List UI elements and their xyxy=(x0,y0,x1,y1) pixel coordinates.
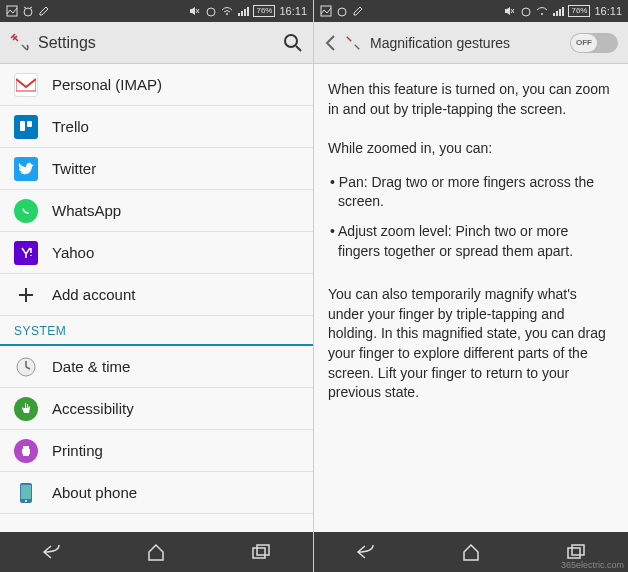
image-icon xyxy=(320,5,332,17)
svg-rect-15 xyxy=(27,121,32,127)
wifi-icon xyxy=(536,5,548,17)
svg-rect-28 xyxy=(257,545,269,555)
svg-point-12 xyxy=(285,35,297,47)
system-row-datetime[interactable]: Date & time xyxy=(0,346,313,388)
svg-point-34 xyxy=(541,13,543,15)
header-title: Magnification gestures xyxy=(370,35,562,51)
content-area: When this feature is turned on, you can … xyxy=(314,64,628,532)
settings-list: Personal (IMAP) Trello Twitter WhatsApp … xyxy=(0,64,313,532)
para-temporary: You can also temporarily magnify what's … xyxy=(328,285,614,403)
phone-icon xyxy=(14,481,38,505)
search-icon[interactable] xyxy=(283,33,303,53)
system-label: Accessibility xyxy=(52,400,134,417)
hand-icon xyxy=(14,397,38,421)
svg-rect-9 xyxy=(241,11,243,16)
account-row-yahoo[interactable]: Yahoo xyxy=(0,232,313,274)
svg-rect-35 xyxy=(553,13,555,16)
svg-rect-40 xyxy=(572,545,584,555)
svg-rect-23 xyxy=(23,453,29,456)
edit-icon xyxy=(38,5,50,17)
mute-icon xyxy=(189,5,201,17)
header-settings: Settings xyxy=(0,22,313,64)
bullet-zoom: • Adjust zoom level: Pinch two or more f… xyxy=(328,222,614,261)
account-label: WhatsApp xyxy=(52,202,121,219)
print-icon xyxy=(14,439,38,463)
home-button[interactable] xyxy=(441,537,501,567)
twitter-icon xyxy=(14,157,38,181)
clock-icon xyxy=(14,355,38,379)
svg-point-33 xyxy=(522,8,530,16)
back-button[interactable] xyxy=(336,537,396,567)
image-icon xyxy=(6,5,18,17)
edit-icon xyxy=(352,5,364,17)
account-row-twitter[interactable]: Twitter xyxy=(0,148,313,190)
alarm-icon xyxy=(22,5,34,17)
svg-line-2 xyxy=(24,7,26,8)
gmail-icon xyxy=(14,73,38,97)
alarm2-icon xyxy=(205,5,217,17)
system-row-about[interactable]: About phone xyxy=(0,472,313,514)
battery-icon: 76% xyxy=(253,5,275,17)
status-bar: 76% 16:11 xyxy=(0,0,313,22)
signal-icon xyxy=(237,5,249,17)
svg-rect-14 xyxy=(20,121,25,131)
account-row-whatsapp[interactable]: WhatsApp xyxy=(0,190,313,232)
account-label: Trello xyxy=(52,118,89,135)
svg-rect-36 xyxy=(556,11,558,16)
svg-rect-25 xyxy=(21,485,31,499)
screen-magnification: 76% 16:11 Magnification gestures OFF Whe… xyxy=(314,0,628,572)
account-label: Personal (IMAP) xyxy=(52,76,162,93)
system-label: Printing xyxy=(52,442,103,459)
bullet-pan: • Pan: Drag two or more fingers across t… xyxy=(328,173,614,212)
svg-rect-0 xyxy=(7,6,17,16)
recent-button[interactable] xyxy=(231,537,291,567)
plus-icon xyxy=(14,283,38,307)
system-row-printing[interactable]: Printing xyxy=(0,430,313,472)
svg-point-30 xyxy=(338,8,346,16)
system-label: About phone xyxy=(52,484,137,501)
svg-rect-39 xyxy=(568,548,580,558)
svg-rect-11 xyxy=(247,7,249,16)
account-label: Twitter xyxy=(52,160,96,177)
alarm2-icon xyxy=(520,5,532,17)
system-row-accessibility[interactable]: Accessibility xyxy=(0,388,313,430)
statusbar-time: 16:11 xyxy=(279,5,307,17)
wifi-icon xyxy=(221,5,233,17)
svg-rect-29 xyxy=(321,6,331,16)
trello-icon xyxy=(14,115,38,139)
screen-settings: 76% 16:11 Settings Personal (IMAP) Trell… xyxy=(0,0,314,572)
status-bar: 76% 16:11 xyxy=(314,0,628,22)
svg-rect-22 xyxy=(23,446,29,449)
svg-rect-8 xyxy=(238,13,240,16)
svg-rect-37 xyxy=(559,9,561,16)
nav-bar xyxy=(0,532,313,572)
svg-line-13 xyxy=(296,46,301,51)
alarm-icon xyxy=(336,5,348,17)
account-row-gmail[interactable]: Personal (IMAP) xyxy=(0,64,313,106)
statusbar-time: 16:11 xyxy=(594,5,622,17)
toggle-knob: OFF xyxy=(571,34,597,52)
yahoo-icon xyxy=(14,241,38,265)
svg-rect-38 xyxy=(562,7,564,16)
header-magnification: Magnification gestures OFF xyxy=(314,22,628,64)
para-intro: When this feature is turned on, you can … xyxy=(328,80,614,119)
svg-rect-27 xyxy=(253,548,265,558)
back-button[interactable] xyxy=(22,537,82,567)
add-account-row[interactable]: Add account xyxy=(0,274,313,316)
back-icon[interactable] xyxy=(324,34,336,52)
mute-icon xyxy=(504,5,516,17)
battery-icon: 76% xyxy=(568,5,590,17)
account-label: Yahoo xyxy=(52,244,94,261)
home-button[interactable] xyxy=(126,537,186,567)
svg-point-7 xyxy=(226,13,228,15)
add-account-label: Add account xyxy=(52,286,135,303)
svg-point-26 xyxy=(25,500,27,502)
system-section-header: SYSTEM xyxy=(0,316,313,346)
system-label: Date & time xyxy=(52,358,130,375)
signal-icon xyxy=(552,5,564,17)
toggle-switch[interactable]: OFF xyxy=(570,33,618,53)
account-row-trello[interactable]: Trello xyxy=(0,106,313,148)
header-title: Settings xyxy=(38,34,275,52)
tools-icon xyxy=(344,34,362,52)
svg-rect-10 xyxy=(244,9,246,16)
